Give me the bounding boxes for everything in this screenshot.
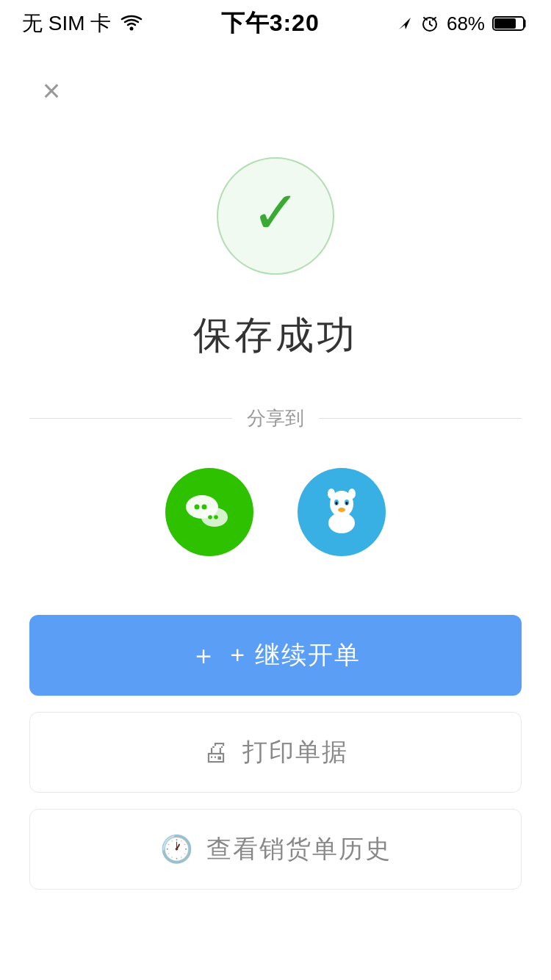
success-title: 保存成功 <box>193 310 358 361</box>
main-content: × ✓ 保存成功 分享到 <box>0 47 551 919</box>
history-button[interactable]: 🕐 查看销货单历史 <box>29 809 522 890</box>
svg-point-13 <box>336 502 338 505</box>
print-button[interactable]: 🖨 打印单据 <box>29 712 522 793</box>
wechat-icon <box>184 486 235 538</box>
continue-button[interactable]: ＋ + 继续开单 <box>29 615 522 696</box>
divider-right <box>319 418 522 419</box>
svg-point-8 <box>208 515 212 519</box>
share-label: 分享到 <box>247 406 304 431</box>
qq-share-button[interactable] <box>298 468 386 556</box>
svg-point-6 <box>202 505 207 510</box>
close-button[interactable]: × <box>29 69 73 113</box>
svg-point-17 <box>328 489 335 499</box>
divider-left <box>29 418 232 419</box>
status-time: 下午3:20 <box>221 7 320 40</box>
navigation-icon <box>397 15 413 32</box>
svg-point-0 <box>130 27 134 31</box>
svg-point-18 <box>348 489 356 499</box>
status-right: 68% <box>397 12 529 35</box>
success-circle: ✓ <box>217 157 334 275</box>
status-left: 无 SIM 卡 <box>22 10 143 37</box>
action-buttons: ＋ + 继续开单 🖨 打印单据 🕐 查看销货单历史 <box>29 615 522 890</box>
wechat-share-button[interactable] <box>165 468 253 556</box>
alarm-icon <box>420 14 439 33</box>
sim-text: 无 SIM 卡 <box>22 10 111 37</box>
continue-label: + 继续开单 <box>230 638 360 672</box>
share-divider: 分享到 <box>29 406 522 431</box>
checkmark-icon: ✓ <box>251 184 300 242</box>
svg-point-16 <box>328 513 355 533</box>
print-icon: 🖨 <box>203 737 231 768</box>
wifi-icon <box>120 15 143 32</box>
status-bar: 无 SIM 卡 下午3:20 68% <box>0 0 551 47</box>
history-label: 查看销货单历史 <box>206 832 392 866</box>
battery-text: 68% <box>447 12 485 35</box>
close-icon: × <box>43 76 61 107</box>
share-icons <box>29 468 522 556</box>
battery-icon <box>492 14 529 33</box>
continue-icon: ＋ <box>190 638 218 674</box>
qq-icon <box>316 486 367 538</box>
print-label: 打印单据 <box>242 735 348 769</box>
share-section: 分享到 <box>29 406 522 556</box>
svg-point-5 <box>195 505 200 510</box>
svg-point-9 <box>214 515 218 519</box>
svg-point-14 <box>346 502 348 505</box>
svg-rect-3 <box>494 18 516 29</box>
svg-point-15 <box>338 508 345 512</box>
success-section: ✓ 保存成功 <box>29 157 522 361</box>
history-icon: 🕐 <box>160 834 195 865</box>
